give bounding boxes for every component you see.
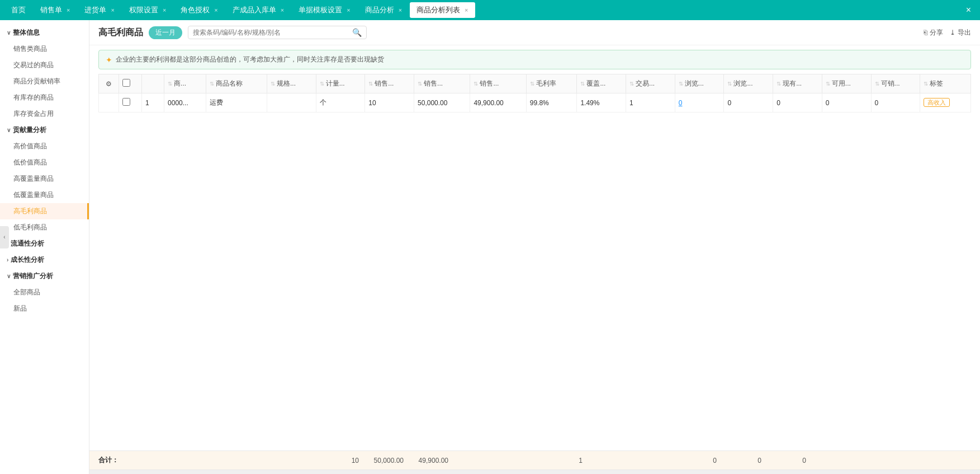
nav-close-icon[interactable]: × xyxy=(67,7,70,13)
nav-item-产成品入库单[interactable]: 产成品入库单× xyxy=(226,2,291,18)
col-label-browse2: 浏览... xyxy=(733,79,752,88)
content-area: 高毛利商品 近一月 🔍 ⎗ 分享 ⤓ 导出 ✦ 企业的主要的利润都是这部分商品创… xyxy=(89,20,980,474)
nav-close-icon[interactable]: × xyxy=(111,7,114,13)
col-header-coverage[interactable]: ⇅覆盖... xyxy=(577,74,626,93)
sidebar-section-整体信息[interactable]: ∨整体信息 xyxy=(0,25,89,41)
col-header-saleable[interactable]: ⇅可销... xyxy=(871,74,920,93)
sort-icon-browse2[interactable]: ⇅ xyxy=(727,81,732,87)
row-checkbox[interactable] xyxy=(122,98,130,106)
settings-icon[interactable]: ⚙ xyxy=(106,80,112,88)
col-header-salesQty[interactable]: ⇅销售... xyxy=(365,74,414,93)
sidebar-section-成长性分析[interactable]: ›成长性分析 xyxy=(0,252,89,268)
sidebar-section-贡献量分析[interactable]: ∨贡献量分析 xyxy=(0,122,89,138)
footer-sales-amt: 50,000.00 xyxy=(362,457,407,464)
nav-item-商品分析[interactable]: 商品分析× xyxy=(358,2,409,18)
sort-icon-tag[interactable]: ⇅ xyxy=(924,81,928,87)
col-header-tag[interactable]: ⇅标签 xyxy=(920,74,971,93)
search-input[interactable] xyxy=(193,29,349,36)
nav-item-权限设置[interactable]: 权限设置× xyxy=(122,2,173,18)
nav-item-单据模板设置[interactable]: 单据模板设置× xyxy=(292,2,357,18)
nav-item-首页[interactable]: 首页 xyxy=(4,2,32,18)
sort-icon-grossRate[interactable]: ⇅ xyxy=(530,81,534,87)
filter-recent-month-button[interactable]: 近一月 xyxy=(149,26,182,39)
nav-item-商品分析列表[interactable]: 商品分析列表× xyxy=(410,2,475,18)
export-label: 导出 xyxy=(958,28,971,37)
nav-close-icon[interactable]: × xyxy=(399,7,402,13)
sort-icon-unit[interactable]: ⇅ xyxy=(320,81,324,87)
sidebar-item-高价值商品[interactable]: 高价值商品 xyxy=(0,138,89,154)
nav-close-icon[interactable]: × xyxy=(347,7,350,13)
nav-item-销售单[interactable]: 销售单× xyxy=(34,2,77,18)
col-header-available[interactable]: ⇅可用... xyxy=(822,74,871,93)
col-header-checkbox[interactable] xyxy=(119,74,142,93)
cell-settings[interactable] xyxy=(99,93,119,112)
share-button[interactable]: ⎗ 分享 xyxy=(924,28,943,37)
col-header-salesAmt[interactable]: ⇅销售... xyxy=(414,74,470,93)
sidebar-section-营销推广分析[interactable]: ∨营销推广分析 xyxy=(0,268,89,284)
footer-saleable: 0 xyxy=(765,457,809,464)
export-button[interactable]: ⤓ 导出 xyxy=(950,28,971,37)
sidebar-item-低毛利商品[interactable]: 低毛利商品 xyxy=(0,219,89,236)
cell-saleable: 0 xyxy=(871,93,920,112)
section-arrow-icon: › xyxy=(7,257,8,263)
horizontal-scrollbar[interactable] xyxy=(89,470,980,474)
select-all-checkbox[interactable] xyxy=(122,79,130,87)
close-all-button[interactable]: × xyxy=(962,5,976,15)
nav-close-icon[interactable]: × xyxy=(163,7,166,13)
sidebar-item-低价值商品[interactable]: 低价值商品 xyxy=(0,154,89,171)
sidebar-item-销售类商品[interactable]: 销售类商品 xyxy=(0,41,89,57)
sort-icon-browse1[interactable]: ⇅ xyxy=(679,81,683,87)
col-label-current: 现有... xyxy=(783,79,802,88)
nav-close-icon[interactable]: × xyxy=(214,7,217,13)
col-header-settings[interactable]: ⚙ xyxy=(99,74,119,93)
sidebar-item-低覆盖量商品[interactable]: 低覆盖量商品 xyxy=(0,187,89,203)
cell-checkbox[interactable] xyxy=(119,93,142,112)
nav-close-icon[interactable]: × xyxy=(281,7,284,13)
data-table: ⚙⇅商...⇅商品名称⇅规格...⇅计量...⇅销售...⇅销售...⇅销售..… xyxy=(98,74,971,112)
col-header-browse1[interactable]: ⇅浏览... xyxy=(675,74,724,93)
sidebar-item-新品[interactable]: 新品 xyxy=(0,301,89,317)
sort-icon-salesAmt[interactable]: ⇅ xyxy=(418,81,422,87)
sidebar-item-全部商品[interactable]: 全部商品 xyxy=(0,284,89,301)
sort-icon-code[interactable]: ⇅ xyxy=(168,81,172,87)
sort-icon-saleable[interactable]: ⇅ xyxy=(875,81,879,87)
sort-icon-current[interactable]: ⇅ xyxy=(777,81,781,87)
search-icon[interactable]: 🔍 xyxy=(352,28,362,37)
nav-item-进货单[interactable]: 进货单× xyxy=(78,2,121,18)
nav-item-角色授权[interactable]: 角色授权× xyxy=(174,2,224,18)
sidebar-item-高毛利商品[interactable]: 高毛利商品 xyxy=(0,203,89,219)
sidebar-item-高覆盖量商品[interactable]: 高覆盖量商品 xyxy=(0,171,89,187)
col-header-code[interactable]: ⇅商... xyxy=(164,74,206,93)
nav-right: × xyxy=(962,5,976,15)
sidebar-item-交易过的商品[interactable]: 交易过的商品 xyxy=(0,57,89,73)
sort-icon-spec[interactable]: ⇅ xyxy=(271,81,275,87)
col-header-grossRate[interactable]: ⇅毛利率 xyxy=(526,74,577,93)
col-header-browse2[interactable]: ⇅浏览... xyxy=(724,74,773,93)
col-header-salesNet[interactable]: ⇅销售... xyxy=(470,74,526,93)
section-arrow-icon: ∨ xyxy=(7,30,11,36)
sidebar-item-商品分贡献销率[interactable]: 商品分贡献销率 xyxy=(0,73,89,90)
col-header-unit[interactable]: ⇅计量... xyxy=(316,74,365,93)
col-header-spec[interactable]: ⇅规格... xyxy=(267,74,316,93)
footer-browse1 xyxy=(586,457,631,464)
sort-icon-coverage[interactable]: ⇅ xyxy=(580,81,585,87)
sidebar-section-流通性分析[interactable]: ›流通性分析 xyxy=(0,236,89,252)
col-header-name[interactable]: ⇅商品名称 xyxy=(206,74,267,93)
nav-close-icon[interactable]: × xyxy=(465,7,468,13)
sidebar-item-库存资金占用[interactable]: 库存资金占用 xyxy=(0,106,89,122)
sort-icon-name[interactable]: ⇅ xyxy=(210,81,214,87)
table-footer: 合计： 10 50,000.00 49,900.00 1 0 0 0 xyxy=(89,450,980,470)
col-header-trade[interactable]: ⇅交易... xyxy=(626,74,675,93)
sort-icon-available[interactable]: ⇅ xyxy=(826,81,830,87)
sort-icon-salesNet[interactable]: ⇅ xyxy=(474,81,478,87)
top-nav: 首页销售单×进货单×权限设置×角色授权×产成品入库单×单据模板设置×商品分析×商… xyxy=(0,0,980,20)
col-header-current[interactable]: ⇅现有... xyxy=(773,74,822,93)
link-cell-browse1[interactable]: 0 xyxy=(679,99,683,107)
sort-icon-trade[interactable]: ⇅ xyxy=(629,81,634,87)
cell-browse1[interactable]: 0 xyxy=(675,93,724,112)
sidebar-collapse-button[interactable]: ‹ xyxy=(0,226,9,248)
sidebar-item-有库存的商品[interactable]: 有库存的商品 xyxy=(0,90,89,106)
col-header-index[interactable] xyxy=(142,74,164,93)
sort-icon-salesQty[interactable]: ⇅ xyxy=(368,81,373,87)
footer-spacer xyxy=(127,457,318,464)
